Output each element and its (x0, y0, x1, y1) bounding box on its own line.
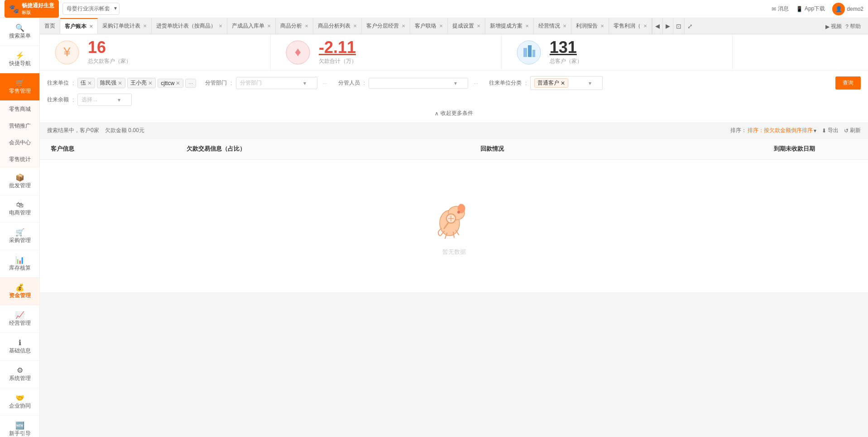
tab-expand[interactable]: ⊡ (673, 18, 684, 34)
system-icon: ⚙ (4, 366, 36, 375)
tab-new-proposal[interactable]: 新增提成方案 ✕ (485, 18, 534, 34)
unit-tag-4: cjttcw ✕ (158, 79, 183, 88)
sort-btn[interactable]: 排序： 排序：按欠款金额倒序排序 ▾ (730, 127, 816, 134)
tab-customer-segment[interactable]: 客户分层经营 ✕ (362, 18, 410, 34)
query-button[interactable]: 查询 (835, 76, 861, 90)
tab-customer-contact[interactable]: 客户联络 ✕ (410, 18, 448, 34)
unit-tag-4-remove[interactable]: ✕ (176, 80, 180, 86)
sidebar-item-new-guide[interactable]: 🆕 新手引导 (0, 416, 39, 437)
person-input[interactable]: ▾ (369, 78, 468, 89)
ops-icon: 📈 (4, 311, 36, 319)
stat-label-customers: 总欠款客户（家） (88, 57, 131, 65)
unit-type-colon: : (525, 80, 527, 86)
tab-close-new-proposal[interactable]: ✕ (525, 24, 529, 28)
sidebar-item-marketing[interactable]: 营销推广 (0, 118, 39, 134)
tab-close-production-stock[interactable]: ✕ (267, 24, 271, 28)
tab-close-customer-contact[interactable]: ✕ (439, 24, 443, 28)
unit-type-tag-remove[interactable]: ✕ (561, 80, 565, 86)
sidebar-item-retail[interactable]: 🛒 零售管理 (0, 73, 39, 101)
sidebar-item-retail-stats[interactable]: 零售统计 (0, 151, 39, 168)
user-menu[interactable]: 👤 demo2 (832, 3, 863, 15)
tab-close-operations[interactable]: ✕ (563, 24, 566, 28)
sidebar-item-retail-mall[interactable]: 零售商城 (0, 101, 39, 118)
sidebar-item-system[interactable]: ⚙ 系统管理 (0, 361, 39, 388)
export-btn[interactable]: ⬇ 导出 (822, 127, 839, 134)
tab-accounts[interactable]: 客户账本 ✕ (60, 18, 98, 34)
tab-production-stock[interactable]: 产成品入库单 ✕ (227, 18, 276, 34)
tab-operations[interactable]: 经营情况 ✕ (534, 18, 571, 34)
logo-text: 畅捷通好生意 (22, 2, 54, 10)
tab-close-goods-analysis-list[interactable]: ✕ (353, 24, 357, 28)
stat-info-debt: -2.11 欠款合计（万） (319, 39, 357, 65)
sidebar-item-purchase[interactable]: 🛒 采购管理 (0, 223, 39, 250)
unit-tag-3-remove[interactable]: ✕ (148, 80, 153, 86)
tab-close-purchase-summary[interactable]: ✕ (143, 24, 147, 28)
tab-fullscreen[interactable]: ⤢ (684, 18, 695, 34)
unit-tag-1-remove[interactable]: ✕ (87, 80, 92, 86)
tab-close-profit-report[interactable]: ✕ (600, 24, 604, 28)
person-arrow: ▾ (454, 80, 457, 86)
tab-close-purchase-stats[interactable]: ✕ (219, 24, 222, 28)
tab-retail-profit[interactable]: 零售利润（ ✕ (609, 18, 652, 34)
account-dropdown[interactable]: 母婴行业演示帐套 (62, 3, 120, 15)
sidebar-item-finance[interactable]: 💰 资金管理 (0, 278, 39, 305)
sidebar-item-member[interactable]: 会员中心 (0, 134, 39, 151)
stat-icon-all (515, 39, 542, 66)
svg-rect-5 (523, 48, 527, 57)
tab-profit-report[interactable]: 利润报告 ✕ (571, 18, 609, 34)
tab-nav-next[interactable]: ▶ (662, 18, 673, 34)
balance-input[interactable]: 选择... ▾ (77, 94, 132, 106)
unit-tags: 伍 ✕ 陈民强 ✕ 王小亮 ✕ cjttcw ✕ (77, 78, 196, 88)
enterprise-icon: 🤝 (4, 394, 36, 402)
tab-goods-analysis-list[interactable]: 商品分析列表 ✕ (313, 18, 362, 34)
sidebar-item-enterprise[interactable]: 🤝 企业协同 (0, 388, 39, 416)
sidebar-item-search[interactable]: 🔍 搜索菜单 (0, 18, 39, 46)
tab-purchase-stats[interactable]: 进货单统计表（按商品） ✕ (152, 18, 227, 34)
tab-nav-prev[interactable]: ◀ (652, 18, 662, 34)
sidebar-item-ecommerce[interactable]: 🛍 电商管理 (0, 195, 39, 223)
svg-text:♦: ♦ (295, 45, 301, 59)
table-header-customer: 客户信息 (47, 143, 183, 155)
filters-area: 往来单位 : 伍 ✕ 陈民强 ✕ 王小亮 ✕ (40, 71, 868, 123)
stat-number-debt: -2.11 (319, 39, 357, 56)
sidebar-item-basic-info[interactable]: ℹ 基础信息 (0, 333, 39, 361)
unit-tag-2-remove[interactable]: ✕ (118, 80, 122, 86)
tab-home[interactable]: 首页 (40, 18, 60, 34)
sidebar-item-inventory[interactable]: 📊 库存核算 (0, 250, 39, 278)
app-download-btn[interactable]: 📱 App下载 (796, 5, 825, 13)
tab-close-proposal-settings[interactable]: ✕ (477, 24, 480, 28)
tab-proposal-settings[interactable]: 提成设置 ✕ (448, 18, 485, 34)
table-header-due-date: 到期未收款日期 (770, 143, 861, 155)
table-header-debt: 欠款交易信息（占比） (183, 143, 477, 155)
sidebar-item-operations-mgmt[interactable]: 📈 经营管理 (0, 305, 39, 333)
tab-close-accounts[interactable]: ✕ (89, 24, 93, 29)
tab-bar: 首页 客户账本 ✕ 采购订单统计表 ✕ 进货单统计表（按商品） ✕ 产成品入库单… (40, 18, 868, 34)
tab-close-goods-analysis[interactable]: ✕ (305, 24, 308, 28)
unit-tag-more[interactable]: ··· (185, 79, 196, 88)
collapse-btn[interactable]: ∧ 收起更多条件 (47, 109, 861, 117)
sidebar-item-wholesale[interactable]: 📦 批发管理 (0, 168, 39, 195)
dept-input[interactable]: 分管部门 ▾ (236, 77, 317, 89)
tab-close-retail-profit[interactable]: ✕ (643, 24, 647, 28)
tab-purchase-summary[interactable]: 采购订单统计表 ✕ (98, 18, 152, 34)
top-bar-left: 🐾 畅捷通好生意 标版 母婴行业演示帐套 (0, 0, 120, 18)
sidebar-sub-retail: 零售商城 营销推广 会员中心 零售统计 (0, 101, 39, 168)
wholesale-icon: 📦 (4, 173, 36, 182)
data-table: 客户信息 欠款交易信息（占比） 回款情况 到期未收款日期 (40, 138, 868, 292)
unit-tag-2: 陈民强 ✕ (97, 78, 125, 88)
inventory-icon: 📊 (4, 256, 36, 264)
stat-card-customers: ¥ 16 总欠款客户（家） (40, 34, 271, 70)
refresh-icon: ↺ (844, 128, 849, 134)
stat-number-all: 131 (550, 39, 582, 56)
unit-type-input[interactable]: 普通客户 ✕ ▾ (530, 76, 603, 90)
export-icon: ⬇ (822, 128, 826, 134)
unit-label: 往来单位 (47, 79, 69, 87)
results-summary: 搜索结果中，客户0家 欠款金额 0.00元 (47, 127, 144, 134)
unit-tag-3: 王小亮 ✕ (127, 78, 156, 88)
refresh-btn[interactable]: ↺ 刷新 (844, 127, 861, 134)
retail-icon: 🛒 (4, 79, 36, 87)
tab-goods-analysis[interactable]: 商品分析 ✕ (276, 18, 313, 34)
msg-btn[interactable]: ✉ 消息 (772, 5, 789, 13)
tab-close-customer-segment[interactable]: ✕ (402, 24, 405, 28)
sidebar-item-quick-nav[interactable]: ⚡ 快捷导航 (0, 46, 39, 73)
